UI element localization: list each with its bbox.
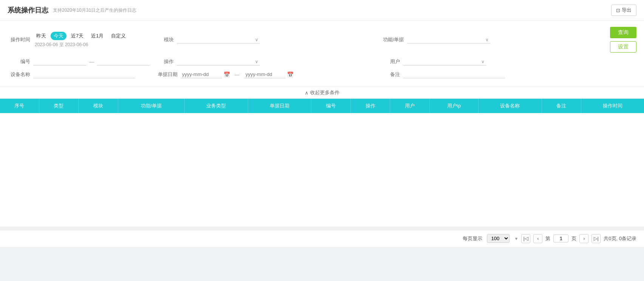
operation-label: 操作 [151, 58, 174, 65]
col-date: 单据日期 [248, 99, 311, 113]
time-filter: 操作时间 昨天 今天 近7天 近1月 自定义 2023-06-06 至 2023… [8, 32, 151, 48]
col-ip: 用户ip [429, 99, 478, 113]
collapse-button[interactable]: ∧ 收起更多条件 [305, 89, 340, 96]
date-filter: 单据日期 📅 — 📅 [151, 71, 377, 78]
col-remark: 备注 [542, 99, 581, 113]
filter-row-2: 编号 — 操作 ∨ 用户 ∨ [8, 58, 636, 65]
date-label: 单据日期 [151, 71, 178, 78]
col-op-time: 操作时间 [581, 99, 644, 113]
page-last-button[interactable]: ▷| [591, 234, 601, 243]
date-dash: — [235, 72, 239, 78]
calendar-from-icon[interactable]: 📅 [224, 71, 230, 78]
serial-filter: 编号 — [8, 58, 151, 65]
total-label: 共0页, 0条记录 [604, 235, 636, 242]
chevron-up-icon: ∧ [305, 90, 309, 96]
remark-input[interactable] [403, 71, 505, 78]
page-subtitle: 支持2020年10月31日之后产生的操作日志 [53, 7, 136, 14]
btn-group: 查询 设置 [610, 27, 636, 53]
time-filter-group: 昨天 今天 近7天 近1月 自定义 2023-06-06 至 2023-06-0… [33, 32, 129, 48]
module-select-wrap: ∨ [177, 36, 260, 43]
settings-button[interactable]: 设置 [610, 41, 636, 53]
time-btn-today[interactable]: 今天 [51, 32, 66, 40]
col-function: 功能/单据 [118, 99, 184, 113]
action-buttons: 查询 设置 [610, 27, 636, 53]
operation-filter: 操作 ∨ [151, 58, 377, 65]
export-button[interactable]: ⊡ 导出 [611, 5, 636, 16]
col-user: 用户 [390, 99, 429, 113]
page-suffix-label: 页 [571, 235, 576, 242]
remark-label: 备注 [377, 71, 400, 78]
user-filter: 用户 ∨ [377, 58, 604, 65]
table-body [0, 113, 644, 227]
date-input-wrap: 📅 — 📅 [181, 71, 293, 78]
header-row: 序号 类型 模块 功能/单据 业务类型 单据日期 编号 操作 用户 用户ip 设… [0, 99, 644, 113]
collapse-bar: ∧ 收起更多条件 [0, 87, 644, 99]
operation-select-wrap: ∨ [177, 58, 260, 65]
device-filter: 设备名称 [8, 71, 151, 78]
col-module: 模块 [79, 99, 118, 113]
function-filter: 功能/单据 ∨ [378, 36, 604, 43]
time-btn-7days[interactable]: 近7天 [68, 32, 86, 40]
export-icon: ⊡ [616, 8, 620, 13]
pagination-bar: 每页显示 100 50 200 500 ▼ |◁ ‹ 第 页 › ▷| 共0页,… [0, 230, 644, 247]
col-operation: 操作 [351, 99, 390, 113]
device-label: 设备名称 [8, 71, 30, 78]
filter-panel: 操作时间 昨天 今天 近7天 近1月 自定义 2023-06-06 至 2023… [0, 21, 644, 87]
table-wrap: 序号 类型 模块 功能/单据 业务类型 单据日期 编号 操作 用户 用户ip 设… [0, 99, 644, 227]
page-prefix-label: 第 [545, 235, 550, 242]
data-table: 序号 类型 模块 功能/单据 业务类型 单据日期 编号 操作 用户 用户ip 设… [0, 99, 644, 227]
time-btn-yesterday[interactable]: 昨天 [33, 32, 49, 40]
function-label: 功能/单据 [378, 36, 404, 43]
query-button[interactable]: 查询 [610, 27, 636, 38]
filter-row-3: 设备名称 单据日期 📅 — 📅 备注 [8, 71, 636, 78]
serial-dash: — [89, 59, 94, 65]
time-btn-1month[interactable]: 近1月 [88, 32, 107, 40]
serial-from-input[interactable] [33, 58, 86, 65]
page-first-button[interactable]: |◁ [521, 234, 530, 243]
serial-label: 编号 [8, 58, 30, 65]
remark-filter: 备注 [377, 71, 604, 78]
date-to-input[interactable] [244, 71, 286, 78]
function-select[interactable] [407, 36, 490, 43]
page-header: 系统操作日志 支持2020年10月31日之后产生的操作日志 ⊡ 导出 [0, 0, 644, 21]
function-select-wrap: ∨ [407, 36, 490, 43]
col-type: 类型 [39, 99, 78, 113]
page-size-label: 每页显示 [463, 235, 482, 242]
calendar-to-icon[interactable]: 📅 [287, 71, 293, 78]
date-from-input[interactable] [181, 71, 222, 78]
empty-area [0, 113, 644, 227]
page-number-input[interactable] [553, 234, 568, 242]
time-buttons: 昨天 今天 近7天 近1月 自定义 [33, 32, 129, 40]
operation-select[interactable] [177, 58, 260, 65]
empty-row [0, 113, 644, 227]
col-serial: 编号 [311, 99, 351, 113]
filter-row-1: 操作时间 昨天 今天 近7天 近1月 自定义 2023-06-06 至 2023… [8, 27, 636, 53]
time-range-text: 2023-06-06 至 2023-06-06 [35, 42, 129, 48]
user-label: 用户 [377, 58, 400, 65]
user-select[interactable] [403, 58, 486, 65]
table-header: 序号 类型 模块 功能/单据 业务类型 单据日期 编号 操作 用户 用户ip 设… [0, 99, 644, 113]
page-next-button[interactable]: › [579, 234, 588, 243]
module-select[interactable] [177, 36, 260, 43]
col-biz-type: 业务类型 [185, 99, 248, 113]
serial-to-input[interactable] [97, 58, 150, 65]
device-input[interactable] [33, 71, 135, 78]
page-title: 系统操作日志 [8, 6, 48, 15]
user-select-wrap: ∨ [403, 58, 486, 65]
module-filter: 模块 ∨ [151, 36, 378, 43]
horizontal-scrollbar[interactable] [0, 227, 644, 230]
page-size-chevron-icon: ▼ [514, 236, 518, 241]
module-label: 模块 [151, 36, 174, 43]
time-label: 操作时间 [8, 36, 30, 43]
col-device: 设备名称 [478, 99, 542, 113]
page-size-select[interactable]: 100 50 200 500 [487, 234, 510, 243]
page-prev-button[interactable]: ‹ [533, 234, 542, 243]
time-btn-custom[interactable]: 自定义 [108, 32, 129, 40]
col-seq: 序号 [0, 99, 39, 113]
